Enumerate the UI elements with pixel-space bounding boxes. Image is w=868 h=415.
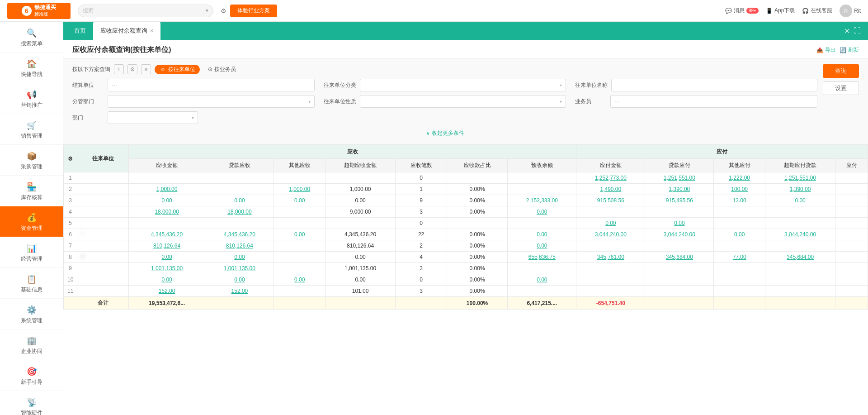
sidebar-item-system[interactable]: ⚙️ 系统管理 — [0, 299, 63, 329]
cell[interactable]: 0.00 — [128, 195, 205, 206]
cell[interactable] — [205, 218, 274, 229]
cell[interactable] — [508, 172, 576, 184]
online-service-btn[interactable]: 🎧 在线客服 — [802, 7, 832, 14]
cell[interactable]: 0.00 — [508, 240, 576, 252]
cell[interactable]: 1,390.00 — [765, 184, 835, 195]
cell[interactable]: 77.00 — [714, 252, 765, 263]
cell[interactable] — [765, 218, 835, 229]
cell[interactable]: 0.00 — [128, 274, 205, 286]
cell[interactable]: 100.00 — [714, 184, 765, 195]
sidebar-item-operations[interactable]: 📊 经营管理 — [0, 237, 63, 268]
cell[interactable] — [714, 274, 765, 286]
cell[interactable] — [128, 172, 205, 184]
cell[interactable]: 4,345,436.20 — [205, 229, 274, 240]
cell[interactable]: 1,222.00 — [714, 172, 765, 184]
filter-bumen-input[interactable]: ▾ — [108, 111, 198, 124]
cell[interactable] — [645, 206, 714, 218]
cell[interactable]: 810,126.64 — [128, 240, 205, 252]
filter-mingcheng-input[interactable] — [611, 79, 817, 91]
cell[interactable] — [205, 172, 274, 184]
cell[interactable] — [576, 263, 645, 274]
app-download-btn[interactable]: 📱 App下载 — [766, 7, 795, 14]
sidebar-item-purchase[interactable]: 📦 采购管理 — [0, 145, 63, 176]
sidebar-item-marketing[interactable]: 📢 营销推广 — [0, 83, 63, 114]
sidebar-item-finance[interactable]: 💰 资金管理 — [0, 206, 63, 237]
sidebar-item-quick-nav[interactable]: 🏠 快捷导航 — [0, 52, 63, 83]
maximize-icon[interactable]: ⛶ — [854, 27, 861, 35]
sidebar-item-basic-info[interactable]: 📋 基础信息 — [0, 268, 63, 299]
filter-yewuyuan-input[interactable]: ··· — [610, 95, 817, 108]
cell[interactable]: 4,345,436.20 — [128, 229, 205, 240]
sidebar-item-search-menu[interactable]: 🔍 搜索菜单 — [0, 22, 63, 52]
cell[interactable]: 1,251,551.00 — [645, 172, 714, 184]
cell[interactable]: 3,044,240.00 — [645, 229, 714, 240]
cell[interactable] — [765, 274, 835, 286]
tab-current[interactable]: 应收应付余额查询 × — [93, 22, 160, 40]
cell[interactable]: 0.00 — [274, 195, 326, 206]
cell[interactable] — [274, 172, 326, 184]
cell[interactable]: 18,000.00 — [128, 206, 205, 218]
cell[interactable]: 915,495.56 — [645, 195, 714, 206]
cell[interactable]: 3,044,240.00 — [576, 229, 645, 240]
tab-home[interactable]: 首页 — [67, 22, 93, 40]
cell[interactable]: 0.00 — [205, 195, 274, 206]
cell[interactable]: 0.00 — [205, 252, 274, 263]
gear-icon[interactable]: ⚙ — [221, 7, 226, 14]
cell[interactable] — [274, 218, 326, 229]
cell[interactable]: 915,508.56 — [576, 195, 645, 206]
sidebar-item-smart-hw[interactable]: 📡 智能硬件 — [0, 391, 63, 415]
cell[interactable]: 3,044,240.00 — [765, 229, 835, 240]
cell[interactable]: 0.00 — [765, 195, 835, 206]
filter-collapse-btn[interactable]: « — [141, 64, 151, 74]
cell[interactable]: 345,684.00 — [765, 252, 835, 263]
cell[interactable] — [645, 263, 714, 274]
cell[interactable]: 0.00 — [205, 274, 274, 286]
cell[interactable] — [714, 206, 765, 218]
cell[interactable]: 0.00 — [128, 252, 205, 263]
cell[interactable]: 1,000.00 — [128, 184, 205, 195]
filter-fenguan-input[interactable]: ▾ — [108, 95, 315, 108]
search-bar[interactable]: 搜索 ▾ — [78, 5, 213, 17]
tab-close-icon[interactable]: × — [150, 28, 153, 34]
cell[interactable]: 0.00 — [508, 229, 576, 240]
close-window-icon[interactable]: ✕ — [844, 27, 850, 35]
filter-fenlei-input[interactable]: ▾ — [360, 79, 566, 91]
filter-xingzhi-input[interactable]: ▾ — [360, 95, 566, 108]
sidebar-item-inventory[interactable]: 🏪 库存核算 — [0, 176, 63, 206]
cell[interactable]: 1,001,135.00 — [128, 263, 205, 274]
cell[interactable]: 0.00 — [508, 206, 576, 218]
cell[interactable]: 13.00 — [714, 195, 765, 206]
cell[interactable] — [765, 240, 835, 252]
cell[interactable]: 1,000.00 — [274, 184, 326, 195]
cell[interactable] — [576, 274, 645, 286]
cell[interactable] — [714, 218, 765, 229]
settings-button[interactable]: 设置 — [823, 81, 859, 95]
cell[interactable] — [645, 274, 714, 286]
filter-jiesuan-input[interactable]: ··· — [108, 79, 315, 91]
cell[interactable] — [274, 240, 326, 252]
collapse-more-btn[interactable]: ∧ 收起更多条件 — [72, 128, 817, 139]
cell[interactable] — [645, 240, 714, 252]
cell[interactable] — [576, 286, 645, 297]
cell[interactable]: 152.00 — [128, 286, 205, 297]
export-button[interactable]: 📤 导出 — [816, 46, 836, 54]
cell[interactable]: 1,001,135.00 — [205, 263, 274, 274]
cell[interactable] — [128, 218, 205, 229]
cell[interactable]: 345,761.00 — [576, 252, 645, 263]
cell[interactable]: 810,126.64 — [205, 240, 274, 252]
user-info[interactable]: R Rit — [840, 5, 861, 17]
cell[interactable] — [274, 252, 326, 263]
cell[interactable]: 0.00 — [274, 229, 326, 240]
cell[interactable]: 0.00 — [714, 229, 765, 240]
message-btn[interactable]: 💬 消息 99+ — [725, 7, 759, 14]
cell[interactable]: 1,490.00 — [576, 184, 645, 195]
cell[interactable]: 1,252,773.00 — [576, 172, 645, 184]
cell[interactable] — [508, 218, 576, 229]
sidebar-item-enterprise[interactable]: 🏢 企业协同 — [0, 329, 63, 360]
cell[interactable]: 655,636.75 — [508, 252, 576, 263]
cell[interactable]: 0.00 — [274, 274, 326, 286]
cell[interactable]: 152.00 — [205, 286, 274, 297]
cell[interactable]: 18,000.00 — [205, 206, 274, 218]
cell[interactable] — [714, 240, 765, 252]
cell[interactable] — [576, 240, 645, 252]
